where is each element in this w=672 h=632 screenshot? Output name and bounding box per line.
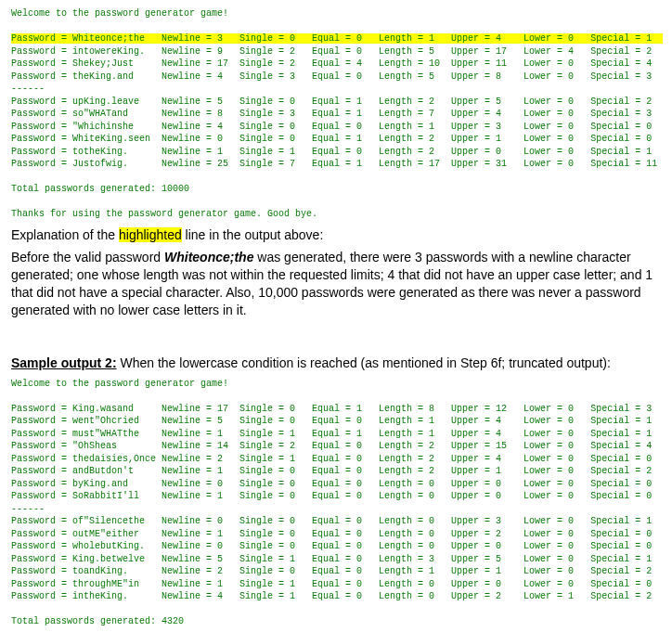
highlighted-word: highlighted (119, 227, 182, 242)
explanation-lead: Explanation of the highlighted line in t… (11, 226, 661, 244)
bold-password: Whiteonce;the (164, 250, 253, 264)
text: Explanation of the (11, 227, 119, 242)
text: Before the valid password (11, 250, 164, 264)
sample2-heading: Sample output 2: When the lowercase cond… (11, 355, 661, 372)
heading-label: Sample output 2: (11, 355, 117, 370)
heading-rest: When the lowercase condition is reached … (117, 355, 611, 370)
console-output-1: Welcome to the password generator game! … (11, 7, 661, 221)
text: line in the output above: (182, 227, 324, 242)
console-output-2: Welcome to the password generator game! … (11, 378, 661, 632)
explanation-body: Before the valid password Whiteonce;the … (11, 249, 661, 319)
